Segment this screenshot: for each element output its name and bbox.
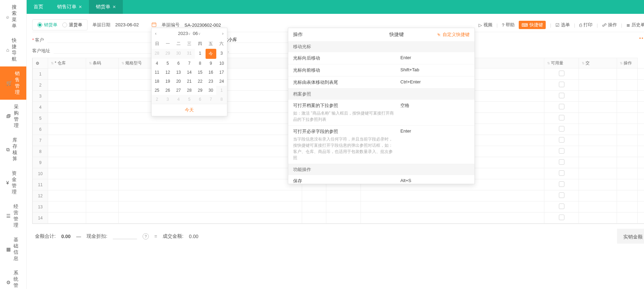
col-header-7[interactable]: ⇅交 xyxy=(579,58,617,69)
gift-cell[interactable] xyxy=(544,213,579,224)
avail-cell[interactable] xyxy=(579,190,617,201)
cell[interactable] xyxy=(86,113,119,124)
cal-day[interactable]: 6 xyxy=(173,59,184,68)
cal-day[interactable]: 6 xyxy=(195,95,206,104)
cal-day[interactable]: 9 xyxy=(206,59,216,68)
gift-cell[interactable] xyxy=(544,146,579,157)
toolbar-sel[interactable]: ☑选单 xyxy=(555,22,570,28)
cell[interactable] xyxy=(86,179,119,190)
col-gear[interactable]: ⚙ xyxy=(33,58,48,69)
due-cell[interactable] xyxy=(617,146,638,157)
avail-cell[interactable] xyxy=(579,80,617,91)
sidebar-item-8[interactable]: ⚙系统管理 xyxy=(0,266,26,289)
cell[interactable] xyxy=(48,157,86,168)
avail-cell[interactable] xyxy=(579,201,617,213)
sidebar-item-4[interactable]: ⧉库存核算 xyxy=(0,133,26,166)
checkbox-icon[interactable] xyxy=(559,215,564,220)
cal-month[interactable]: 06∨ xyxy=(193,31,200,36)
cal-day[interactable]: 今 xyxy=(206,49,216,59)
toolbar-play[interactable]: ▷视频 xyxy=(479,22,492,28)
avail-cell[interactable] xyxy=(579,157,617,168)
checkbox-icon[interactable] xyxy=(559,115,564,120)
sidebar-item-2[interactable]: 🛒销售管理 xyxy=(0,66,26,100)
cal-day[interactable]: 4 xyxy=(152,59,162,68)
checkbox-icon[interactable] xyxy=(559,148,564,154)
cell[interactable] xyxy=(48,190,86,201)
table-row[interactable]: 12🗑❐ xyxy=(33,190,644,201)
cal-day[interactable]: 5 xyxy=(184,95,194,104)
tab-1[interactable]: 销售订单✕ xyxy=(50,0,89,14)
gift-cell[interactable] xyxy=(544,135,579,146)
cal-day[interactable]: 25 xyxy=(152,86,162,95)
cell[interactable] xyxy=(361,201,544,213)
due-cell[interactable] xyxy=(617,157,638,168)
cell[interactable] xyxy=(302,190,326,201)
cal-day[interactable]: 1 xyxy=(195,49,206,59)
cal-day[interactable]: 8 xyxy=(195,59,206,68)
due-cell[interactable] xyxy=(617,80,638,91)
cal-day[interactable]: 11 xyxy=(152,68,162,77)
sidebar-item-6[interactable]: ☰经营管理 xyxy=(0,199,26,233)
cell[interactable] xyxy=(119,157,302,168)
cal-day[interactable]: 7 xyxy=(206,95,216,104)
cell[interactable] xyxy=(86,190,119,201)
gift-cell[interactable] xyxy=(544,168,579,179)
due-cell[interactable] xyxy=(617,69,638,80)
date-input[interactable] xyxy=(115,21,146,28)
avail-cell[interactable] xyxy=(579,124,617,135)
avail-cell[interactable] xyxy=(579,69,617,80)
discount-input[interactable] xyxy=(113,234,137,239)
cal-day[interactable]: 20 xyxy=(173,77,184,86)
question-icon[interactable]: ? xyxy=(143,233,149,240)
avail-cell[interactable] xyxy=(579,102,617,113)
cell[interactable] xyxy=(86,91,119,102)
cal-day[interactable]: 2 xyxy=(152,95,162,104)
gift-cell[interactable] xyxy=(544,190,579,201)
doc-type-radio-0[interactable]: 销货单 xyxy=(37,22,57,28)
toolbar-hist[interactable]: ≣历史单据 xyxy=(626,22,644,28)
due-cell[interactable] xyxy=(617,179,638,190)
cell[interactable] xyxy=(119,179,302,190)
cell[interactable] xyxy=(48,201,86,213)
cell[interactable] xyxy=(326,190,361,201)
close-icon[interactable]: ✕ xyxy=(112,4,116,9)
cal-day[interactable]: 28 xyxy=(184,86,194,95)
sidebar-item-1[interactable]: ⌂快捷导航 xyxy=(0,33,26,66)
cal-day[interactable]: 1 xyxy=(216,86,227,95)
cal-next-icon[interactable]: › xyxy=(222,31,224,36)
table-row[interactable]: 13🗑❐ xyxy=(33,201,644,213)
checkbox-icon[interactable] xyxy=(559,71,564,76)
cal-day[interactable]: 29 xyxy=(195,86,206,95)
cell[interactable] xyxy=(119,213,302,224)
col-header-1[interactable]: ⇅条码 xyxy=(86,58,119,69)
due-cell[interactable] xyxy=(617,102,638,113)
doc-type-radio-1[interactable]: 退货单 xyxy=(62,22,82,28)
cell[interactable] xyxy=(86,102,119,113)
cal-day[interactable]: 26 xyxy=(162,86,173,95)
cal-day[interactable]: 21 xyxy=(184,77,194,86)
cell[interactable] xyxy=(48,113,86,124)
checkbox-icon[interactable] xyxy=(559,137,564,143)
gift-cell[interactable] xyxy=(544,91,579,102)
checkbox-icon[interactable] xyxy=(559,159,564,165)
cal-day[interactable]: 12 xyxy=(162,68,173,77)
gift-cell[interactable] xyxy=(544,124,579,135)
customer-input[interactable] xyxy=(47,37,167,43)
checkbox-icon[interactable] xyxy=(559,181,564,187)
cal-year[interactable]: 2023∨ xyxy=(178,31,191,36)
avail-cell[interactable] xyxy=(579,179,617,190)
avail-cell[interactable] xyxy=(579,135,617,146)
tab-2[interactable]: 销货单✕ xyxy=(89,0,123,14)
due-cell[interactable] xyxy=(617,190,638,201)
cal-day[interactable]: 13 xyxy=(173,68,184,77)
toolbar-q[interactable]: ?帮助 xyxy=(502,22,515,28)
cell[interactable] xyxy=(119,168,302,179)
checkbox-icon[interactable] xyxy=(559,104,564,109)
due-cell[interactable] xyxy=(617,201,638,213)
cal-today-button[interactable]: 今天 xyxy=(152,104,227,116)
toolbar-kb[interactable]: ⌨快捷键 xyxy=(519,21,546,29)
calendar-icon[interactable] xyxy=(151,22,157,28)
table-row[interactable]: 14🗑❐ xyxy=(33,213,644,224)
cell[interactable] xyxy=(119,190,302,201)
cal-day[interactable]: 30 xyxy=(173,49,184,59)
